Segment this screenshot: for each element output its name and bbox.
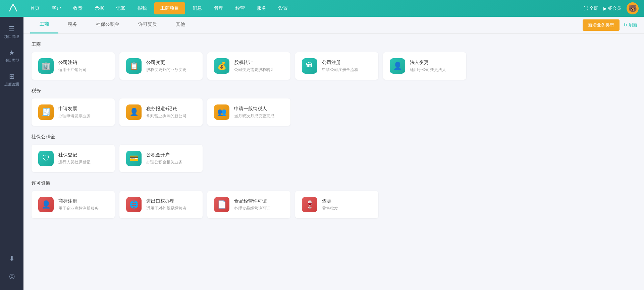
logo (5, 1, 21, 16)
tab-xuke[interactable]: 许可资质 (129, 17, 166, 33)
project-type-icon: ★ (9, 49, 15, 57)
card-company-cancel[interactable]: 🏢 公司注销 适用于注销公司 (32, 52, 115, 80)
card-name-general-taxpayer: 申请一般纳税人 (234, 106, 274, 112)
card-name-food-license: 食品经营许可证 (234, 198, 270, 204)
nav-home[interactable]: 首页 (24, 0, 46, 17)
card-icon-company-cancel: 🏢 (38, 58, 54, 74)
card-content-trademark: 商标注册 用于企业商标注册服务 (58, 198, 99, 211)
nav-settings[interactable]: 设置 (272, 0, 294, 17)
fullscreen-button[interactable]: ⛶ 全屏 (584, 5, 598, 11)
sidebar-item-progress-monitor[interactable]: ⊞ 进度监测 (0, 68, 23, 91)
section-title-xuke: 许可资质 (32, 180, 636, 186)
card-content-invoice-apply: 申请发票 办理申请发票业务 (58, 106, 91, 119)
card-provident-fund[interactable]: 💳 公积金开户 办理公积金相关业务 (119, 145, 203, 172)
tab-shebao[interactable]: 社保公积金 (87, 17, 129, 33)
tab-shuiwu[interactable]: 税务 (58, 17, 87, 33)
card-icon-import-export: 🌐 (126, 197, 142, 212)
sidebar: ☰ 项目管理 ★ 项目类型 ⊞ 进度监测 ⬇ ◎ (0, 17, 23, 290)
card-tax-bookkeeping[interactable]: 👤 税务报道+记账 拿到营业执照的新公司 (119, 98, 203, 126)
nav-management[interactable]: 管理 (208, 0, 229, 17)
refresh-button[interactable]: ↻ 刷新 (624, 22, 637, 28)
card-name-import-export: 进出口权办理 (146, 198, 186, 204)
nav-customer[interactable]: 客户 (46, 0, 67, 17)
content-area: 工商 税务 社保公积金 许可资质 其他 新增业务类型 ↻ 刷新 工商 🏢 (23, 17, 644, 290)
sidebar-item-project-management[interactable]: ☰ 项目管理 (0, 20, 23, 44)
refresh-label: 刷新 (629, 22, 637, 28)
sidebar-location[interactable]: ◎ (0, 267, 23, 285)
sidebar-download[interactable]: ⬇ (0, 250, 23, 267)
card-name-invoice-apply: 申请发票 (58, 106, 91, 112)
card-company-register[interactable]: 🏛 公司注册 申请公司注册全流程 (295, 52, 378, 80)
nav-message[interactable]: 消息 (186, 0, 208, 17)
nav-bookkeeping[interactable]: 记账 (110, 0, 131, 17)
nav-tax[interactable]: 报税 (131, 0, 153, 17)
sidebar-label-project-type: 项目类型 (4, 58, 19, 63)
fullscreen-icon: ⛶ (584, 6, 588, 11)
card-desc-tax-bookkeeping: 拿到营业执照的新公司 (146, 113, 186, 119)
card-desc-food-license: 办理食品经营许可证 (234, 206, 270, 211)
nav-service[interactable]: 服务 (251, 0, 272, 17)
cards-xuke: 👤 商标注册 用于企业商标注册服务 🌐 进出口权办理 适用于对外贸易经营者 📄 (32, 191, 636, 218)
member-button[interactable]: ▶ 畅会员 (603, 5, 621, 11)
sidebar-label-project-management: 项目管理 (4, 34, 19, 39)
sidebar-label-progress-monitor: 进度监测 (4, 82, 19, 87)
card-icon-legal-change: 👤 (390, 58, 405, 74)
user-avatar[interactable]: 🐻 (627, 2, 639, 14)
card-name-trademark: 商标注册 (58, 198, 99, 204)
card-desc-provident-fund: 办理公积金相关业务 (146, 159, 182, 165)
nav-bills[interactable]: 票据 (89, 0, 110, 17)
card-desc-import-export: 适用于对外贸易经营者 (146, 206, 186, 211)
card-content-tax-bookkeeping: 税务报道+记账 拿到营业执照的新公司 (146, 106, 186, 119)
card-legal-change[interactable]: 👤 法人变更 适用于公司变更法人 (383, 52, 466, 80)
sidebar-item-project-type[interactable]: ★ 项目类型 (0, 44, 23, 68)
card-desc-trademark: 用于企业商标注册服务 (58, 206, 99, 211)
svg-point-0 (12, 4, 14, 6)
card-name-company-cancel: 公司注销 (58, 60, 87, 66)
card-name-social-insurance: 社保登记 (58, 152, 91, 158)
scroll-area[interactable]: 工商 🏢 公司注销 适用于注销公司 📋 公司变更 股权变更外的业务变更 (23, 33, 644, 290)
card-icon-alcohol: 🍷 (302, 197, 317, 212)
card-food-license[interactable]: 📄 食品经营许可证 办理食品经营许可证 (207, 191, 290, 218)
tab-other[interactable]: 其他 (166, 17, 195, 33)
tab-gongshang[interactable]: 工商 (30, 17, 58, 33)
card-name-company-change: 公司变更 (146, 60, 186, 66)
card-icon-company-change: 📋 (126, 58, 142, 74)
card-invoice-apply[interactable]: 🧾 申请发票 办理申请发票业务 (32, 98, 115, 126)
card-company-change[interactable]: 📋 公司变更 股权变更外的业务变更 (119, 52, 203, 80)
card-content-company-register: 公司注册 申请公司注册全流程 (322, 60, 358, 73)
card-desc-company-register: 申请公司注册全流程 (322, 67, 358, 73)
card-desc-alcohol: 零售批发 (322, 206, 338, 211)
nav-fees[interactable]: 收费 (67, 0, 89, 17)
main-layout: ☰ 项目管理 ★ 项目类型 ⊞ 进度监测 ⬇ ◎ 工商 税务 社保公积金 (0, 17, 644, 290)
card-equity-transfer[interactable]: 💰 股权转让 公司变更需要股权转让 (207, 52, 290, 80)
card-desc-company-cancel: 适用于注销公司 (58, 67, 87, 73)
card-name-company-register: 公司注册 (322, 60, 358, 66)
card-content-import-export: 进出口权办理 适用于对外贸易经营者 (146, 198, 186, 211)
section-title-gongshang: 工商 (32, 42, 636, 48)
card-import-export[interactable]: 🌐 进出口权办理 适用于对外贸易经营者 (119, 191, 203, 218)
member-label: 畅会员 (608, 5, 621, 11)
nav-operation[interactable]: 经营 (229, 0, 251, 17)
nav-items: 首页 客户 收费 票据 记账 报税 工商项目 消息 管理 经营 服务 设置 (24, 0, 584, 17)
card-general-taxpayer[interactable]: 👥 申请一般纳税人 当月或次月成变更完成 (207, 98, 290, 126)
card-alcohol[interactable]: 🍷 酒类 零售批发 (295, 191, 378, 218)
card-content-equity-transfer: 股权转让 公司变更需要股权转让 (234, 60, 274, 73)
top-nav: 首页 客户 收费 票据 记账 报税 工商项目 消息 管理 经营 服务 设置 ⛶ … (0, 0, 644, 17)
card-content-social-insurance: 社保登记 进行人员社保登记 (58, 152, 91, 165)
card-content-alcohol: 酒类 零售批发 (322, 198, 338, 211)
card-desc-company-change: 股权变更外的业务变更 (146, 67, 186, 73)
card-content-company-change: 公司变更 股权变更外的业务变更 (146, 60, 186, 73)
nav-right: ⛶ 全屏 ▶ 畅会员 🐻 (584, 2, 639, 14)
cards-shuiwu: 🧾 申请发票 办理申请发票业务 👤 税务报道+记账 拿到营业执照的新公司 👥 (32, 98, 636, 126)
card-trademark[interactable]: 👤 商标注册 用于企业商标注册服务 (32, 191, 115, 218)
card-icon-equity-transfer: 💰 (214, 58, 229, 74)
card-content-food-license: 食品经营许可证 办理食品经营许可证 (234, 198, 270, 211)
card-social-insurance[interactable]: 🛡 社保登记 进行人员社保登记 (32, 145, 115, 172)
add-business-type-button[interactable]: 新增业务类型 (583, 19, 620, 31)
cards-gongshang: 🏢 公司注销 适用于注销公司 📋 公司变更 股权变更外的业务变更 💰 (32, 52, 636, 80)
nav-business[interactable]: 工商项目 (154, 2, 185, 14)
card-desc-social-insurance: 进行人员社保登记 (58, 159, 91, 165)
card-name-equity-transfer: 股权转让 (234, 60, 274, 66)
location-icon: ◎ (9, 272, 15, 280)
tab-actions: 新增业务类型 ↻ 刷新 (583, 19, 637, 31)
